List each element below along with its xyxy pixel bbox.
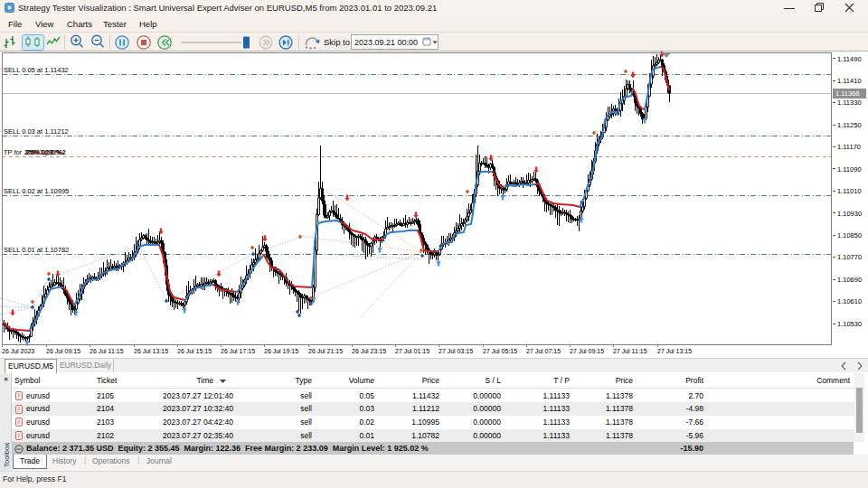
- svg-text:26 Jul 17:15: 26 Jul 17:15: [221, 348, 255, 354]
- svg-text:1.11330: 1.11330: [837, 99, 862, 107]
- svg-text:1.10610: 1.10610: [837, 297, 862, 305]
- svg-text:27 Jul 11:15: 27 Jul 11:15: [613, 348, 647, 354]
- svg-text:1.11170: 1.11170: [837, 143, 861, 151]
- svg-text:26 Jul 21:15: 26 Jul 21:15: [308, 348, 343, 354]
- svg-text:SELL 0.05 at 1.11432: SELL 0.05 at 1.11432: [4, 66, 69, 74]
- svg-text:1.11366: 1.11366: [835, 89, 860, 98]
- svg-text:2102 at 1.5: 2102 at 1.5: [28, 148, 62, 156]
- svg-text:SELL 0.02 at 1.10995: SELL 0.02 at 1.10995: [4, 187, 69, 195]
- svg-text:1.11090: 1.11090: [837, 165, 862, 174]
- svg-text:26 Jul 23:15: 26 Jul 23:15: [352, 348, 386, 354]
- svg-text:1.10850: 1.10850: [837, 231, 862, 239]
- svg-text:26 Jul 2023: 26 Jul 2023: [2, 348, 34, 354]
- svg-text:1.10530: 1.10530: [837, 320, 862, 328]
- svg-text:SELL 0.01 at 1.10782: SELL 0.01 at 1.10782: [4, 246, 69, 254]
- svg-text:TP for: TP for: [4, 148, 23, 156]
- svg-text:26 Jul 13:15: 26 Jul 13:15: [134, 348, 168, 354]
- svg-text:1.11490: 1.11490: [837, 55, 862, 63]
- svg-text:27 Jul 05:15: 27 Jul 05:15: [483, 348, 517, 354]
- svg-text:1.10930: 1.10930: [837, 210, 862, 218]
- svg-text:1.11410: 1.11410: [837, 77, 862, 85]
- svg-text:1.11010: 1.11010: [837, 187, 862, 195]
- svg-text:27 Jul 07:15: 27 Jul 07:15: [526, 348, 561, 354]
- svg-text:27 Jul 01:15: 27 Jul 01:15: [395, 348, 429, 354]
- svg-text:26 Jul 11:15: 26 Jul 11:15: [90, 348, 124, 354]
- svg-text:26 Jul 19:15: 26 Jul 19:15: [264, 348, 298, 354]
- svg-text:1.10770: 1.10770: [837, 253, 862, 261]
- svg-text:27 Jul 13:15: 27 Jul 13:15: [657, 348, 692, 354]
- svg-text:26 Jul 15:15: 26 Jul 15:15: [177, 348, 212, 354]
- svg-text:27 Jul 03:15: 27 Jul 03:15: [439, 348, 473, 354]
- svg-text:1.11250: 1.11250: [837, 121, 862, 129]
- svg-text:SELL 0.03 at 1.11212: SELL 0.03 at 1.11212: [4, 127, 69, 136]
- svg-text:27 Jul 09:15: 27 Jul 09:15: [570, 348, 604, 354]
- svg-text:1.10690: 1.10690: [837, 276, 862, 284]
- svg-text:26 Jul 09:15: 26 Jul 09:15: [46, 348, 80, 354]
